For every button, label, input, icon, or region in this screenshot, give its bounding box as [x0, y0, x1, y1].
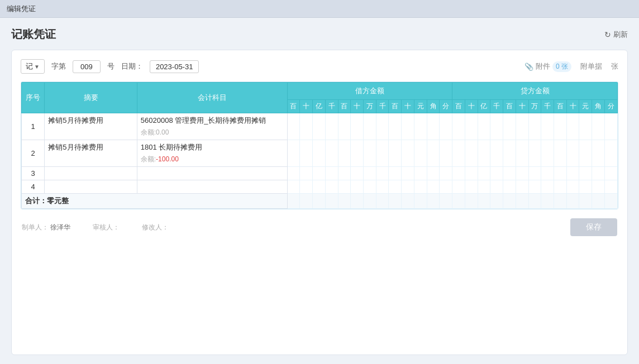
debit-digit-cell[interactable] [414, 167, 427, 180]
credit-digit-cell[interactable] [503, 113, 516, 140]
credit-digit-cell[interactable] [516, 167, 528, 180]
debit-digit-cell[interactable] [389, 140, 402, 167]
debit-digit-cell[interactable] [363, 180, 376, 194]
credit-digit-cell[interactable] [579, 180, 592, 194]
debit-digit-cell[interactable] [325, 180, 338, 194]
credit-digit-cell[interactable] [516, 140, 528, 167]
debit-digit-cell[interactable] [402, 180, 414, 194]
debit-digit-cell[interactable] [389, 180, 402, 194]
debit-digit-cell[interactable] [389, 167, 402, 180]
debit-digit-cell[interactable] [338, 167, 351, 180]
debit-digit-cell[interactable] [427, 167, 440, 180]
credit-digit-cell[interactable] [503, 180, 516, 194]
debit-digit-cell[interactable] [440, 140, 452, 167]
debit-digit-cell[interactable] [414, 180, 427, 194]
debit-digit-cell[interactable] [313, 113, 326, 140]
credit-digit-cell[interactable] [478, 140, 490, 167]
save-button[interactable]: 保存 [570, 218, 617, 236]
credit-digit-cell[interactable] [566, 180, 579, 194]
debit-digit-cell[interactable] [287, 113, 300, 140]
credit-digit-cell[interactable] [541, 113, 554, 140]
credit-digit-cell[interactable] [604, 140, 617, 167]
credit-digit-cell[interactable] [490, 113, 503, 140]
credit-digit-cell[interactable] [528, 167, 541, 180]
credit-digit-cell[interactable] [604, 180, 617, 194]
debit-digit-cell[interactable] [351, 113, 364, 140]
credit-digit-cell[interactable] [528, 140, 541, 167]
credit-digit-cell[interactable] [566, 140, 579, 167]
credit-digit-cell[interactable] [554, 113, 567, 140]
credit-digit-cell[interactable] [465, 113, 478, 140]
debit-digit-cell[interactable] [363, 140, 376, 167]
debit-digit-cell[interactable] [313, 180, 326, 194]
debit-digit-cell[interactable] [402, 167, 414, 180]
debit-digit-cell[interactable] [414, 113, 427, 140]
summary-cell[interactable]: 摊销5月待摊费用 [45, 140, 137, 167]
credit-digit-cell[interactable] [604, 167, 617, 180]
debit-digit-cell[interactable] [440, 180, 452, 194]
credit-digit-cell[interactable] [452, 180, 465, 194]
credit-digit-cell[interactable] [528, 113, 541, 140]
debit-digit-cell[interactable] [351, 180, 364, 194]
voucher-type-button[interactable]: 记 ▼ [21, 59, 45, 74]
credit-digit-cell[interactable] [541, 140, 554, 167]
debit-digit-cell[interactable] [287, 140, 300, 167]
credit-digit-cell[interactable] [579, 140, 592, 167]
date-field[interactable]: 2023-05-31 [150, 60, 199, 73]
debit-digit-cell[interactable] [351, 167, 364, 180]
credit-digit-cell[interactable] [592, 140, 605, 167]
debit-digit-cell[interactable] [402, 140, 414, 167]
credit-digit-cell[interactable] [554, 180, 567, 194]
credit-digit-cell[interactable] [604, 113, 617, 140]
credit-digit-cell[interactable] [490, 180, 503, 194]
credit-digit-cell[interactable] [554, 140, 567, 167]
credit-digit-cell[interactable] [503, 167, 516, 180]
credit-digit-cell[interactable] [516, 113, 528, 140]
credit-digit-cell[interactable] [452, 167, 465, 180]
credit-digit-cell[interactable] [592, 113, 605, 140]
account-cell[interactable] [137, 180, 287, 194]
debit-digit-cell[interactable] [300, 167, 313, 180]
credit-digit-cell[interactable] [478, 167, 490, 180]
voucher-number-field[interactable]: 009 [73, 60, 101, 73]
debit-digit-cell[interactable] [376, 113, 389, 140]
debit-digit-cell[interactable] [338, 180, 351, 194]
account-cell[interactable] [137, 167, 287, 180]
debit-digit-cell[interactable] [376, 167, 389, 180]
debit-digit-cell[interactable] [338, 140, 351, 167]
credit-digit-cell[interactable] [490, 140, 503, 167]
debit-digit-cell[interactable] [402, 113, 414, 140]
debit-digit-cell[interactable] [389, 113, 402, 140]
credit-digit-cell[interactable] [554, 167, 567, 180]
debit-digit-cell[interactable] [363, 113, 376, 140]
debit-digit-cell[interactable] [363, 167, 376, 180]
account-cell[interactable]: 56020008 管理费用_长期待摊费用摊销余额:0.00 [137, 113, 287, 140]
refresh-button[interactable]: ↻ 刷新 [604, 30, 628, 40]
summary-cell[interactable] [45, 167, 137, 180]
credit-digit-cell[interactable] [465, 140, 478, 167]
debit-digit-cell[interactable] [300, 113, 313, 140]
summary-cell[interactable]: 摊销5月待摊费用 [45, 113, 137, 140]
credit-digit-cell[interactable] [528, 180, 541, 194]
credit-digit-cell[interactable] [503, 140, 516, 167]
credit-digit-cell[interactable] [579, 167, 592, 180]
credit-digit-cell[interactable] [465, 180, 478, 194]
debit-digit-cell[interactable] [414, 140, 427, 167]
debit-digit-cell[interactable] [427, 113, 440, 140]
debit-digit-cell[interactable] [325, 113, 338, 140]
credit-digit-cell[interactable] [490, 167, 503, 180]
credit-digit-cell[interactable] [452, 113, 465, 140]
credit-digit-cell[interactable] [579, 113, 592, 140]
credit-digit-cell[interactable] [566, 167, 579, 180]
debit-digit-cell[interactable] [313, 167, 326, 180]
attachment-link[interactable]: 📎 附件 0 张 [524, 61, 571, 72]
debit-digit-cell[interactable] [338, 113, 351, 140]
debit-digit-cell[interactable] [325, 140, 338, 167]
debit-digit-cell[interactable] [427, 140, 440, 167]
debit-digit-cell[interactable] [287, 180, 300, 194]
debit-digit-cell[interactable] [351, 140, 364, 167]
credit-digit-cell[interactable] [516, 180, 528, 194]
debit-digit-cell[interactable] [427, 180, 440, 194]
credit-digit-cell[interactable] [478, 180, 490, 194]
credit-digit-cell[interactable] [465, 167, 478, 180]
